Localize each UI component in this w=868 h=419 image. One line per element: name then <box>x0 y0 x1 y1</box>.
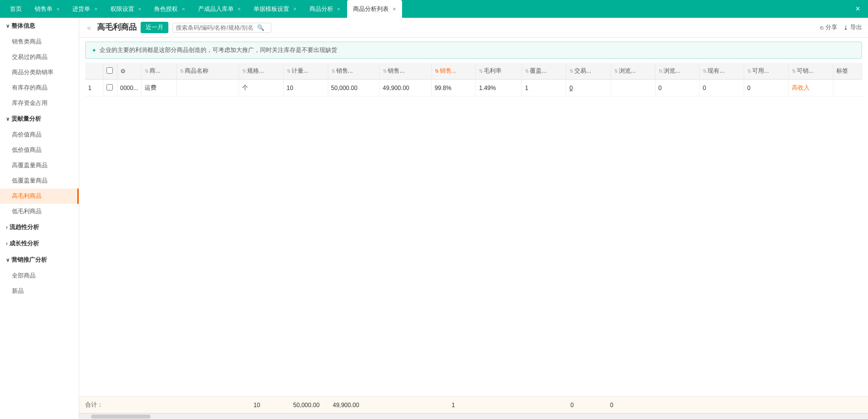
td-browse2 <box>611 80 655 96</box>
close-icon[interactable]: × <box>238 6 241 12</box>
sidebar-item-stock-capital[interactable]: 库存资金占用 <box>0 95 79 111</box>
td-stock2: 0 <box>700 80 744 96</box>
row-checkbox[interactable] <box>106 84 113 91</box>
sidebar-item-sales-goods[interactable]: 销售类商品 <box>0 34 79 49</box>
search-input[interactable] <box>176 24 255 31</box>
close-icon[interactable]: × <box>293 6 296 12</box>
th-index <box>85 63 103 80</box>
sidebar-item-category-rate[interactable]: 商品分类助销率 <box>0 65 79 80</box>
arrow-icon: ∨ <box>6 257 9 263</box>
sort-icon: ⇅ <box>242 68 246 74</box>
close-icon[interactable]: × <box>337 6 340 12</box>
close-all-button[interactable]: × <box>852 4 864 13</box>
sort-icon: ⇅ <box>331 68 335 74</box>
export-icon: ⤓ <box>843 24 848 31</box>
sort-icon: ⇅ <box>180 68 184 74</box>
collapse-sidebar-button[interactable]: « <box>85 23 93 33</box>
table-wrap: ⚙ ⇅商... ⇅商品名称 ⇅规格... ⇅计量... ⇅销售... ⇅销售..… <box>85 63 862 396</box>
nav-tab-home[interactable]: 首页 <box>4 0 28 18</box>
nav-tab-roles[interactable]: 角色授权 × <box>148 0 191 18</box>
nav-tab-inbound[interactable]: 产成品入库单 × <box>192 0 247 18</box>
sidebar-group-trend[interactable]: › 流趋性分析 <box>0 219 79 235</box>
content-header: « 高毛利商品 近一月 🔍 ⎋ 分享 ⤓ 导出 <box>79 18 868 38</box>
sidebar-item-new-goods[interactable]: 新品 <box>0 283 79 299</box>
th-coverage[interactable]: ⇅覆盖... <box>522 63 566 80</box>
th-tag: 标签 <box>833 63 862 80</box>
td-code: 0000... <box>117 80 142 96</box>
sidebar-group-growth[interactable]: › 成长性分析 <box>0 235 79 252</box>
th-sales-amt[interactable]: ⇅销售... <box>380 63 432 80</box>
arrow-icon: ∨ <box>6 23 9 29</box>
th-stock1[interactable]: ⇅现有... <box>700 63 744 80</box>
close-icon[interactable]: × <box>94 6 97 12</box>
td-coverage: 1.49% <box>476 80 522 96</box>
sort-icon: ⇅ <box>435 68 439 74</box>
arrow-icon: › <box>6 241 7 246</box>
info-banner: ✦ 企业的主要的利润都是这部分商品创造的，可考虑加大推广，同时关注库存是不要出现… <box>85 42 862 59</box>
sidebar-group-overview[interactable]: ∨ 整体信息 <box>0 18 79 34</box>
close-icon[interactable]: × <box>138 6 141 12</box>
sidebar-item-low-value[interactable]: 低价值商品 <box>0 142 79 158</box>
th-stock2[interactable]: ⇅可用... <box>744 63 789 80</box>
th-trade[interactable]: ⇅交易... <box>566 63 611 80</box>
data-table: ⚙ ⇅商... ⇅商品名称 ⇅规格... ⇅计量... ⇅销售... ⇅销售..… <box>85 63 862 96</box>
sidebar-item-low-margin[interactable]: 低毛利商品 <box>0 204 79 219</box>
sidebar-item-high-coverage[interactable]: 高覆盖量商品 <box>0 158 79 173</box>
close-icon[interactable]: × <box>182 6 185 12</box>
sidebar-group-marketing[interactable]: ∨ 营销推广分析 <box>0 252 79 268</box>
th-unit[interactable]: ⇅计量... <box>283 63 328 80</box>
content-area: « 高毛利商品 近一月 🔍 ⎋ 分享 ⤓ 导出 ✦ 企业的主要的利润都是这部 <box>79 18 868 419</box>
sidebar-item-traded-goods[interactable]: 交易过的商品 <box>0 49 79 65</box>
sort-icon: ⇅ <box>287 68 291 74</box>
sort-icon: ⇅ <box>792 68 796 74</box>
th-browse1[interactable]: ⇅浏览... <box>611 63 655 80</box>
nav-tab-analysis[interactable]: 商品分析 × <box>304 0 346 18</box>
nav-tab-template[interactable]: 单据模板设置 × <box>248 0 302 18</box>
sidebar-item-low-coverage[interactable]: 低覆盖量商品 <box>0 173 79 188</box>
sidebar-item-all-goods[interactable]: 全部商品 <box>0 268 79 283</box>
th-spec[interactable]: ⇅规格... <box>239 63 284 80</box>
th-code[interactable]: ⇅商... <box>142 63 177 80</box>
footer-sales-amt2: 49,900.00 <box>330 402 369 409</box>
th-sales-qty[interactable]: ⇅销售... <box>328 63 380 80</box>
select-all-checkbox[interactable] <box>106 67 113 74</box>
td-sales-amt2: 49,900.00 <box>380 80 432 96</box>
th-browse2[interactable]: ⇅浏览... <box>655 63 700 80</box>
info-icon: ✦ <box>92 47 97 54</box>
sidebar-item-in-stock[interactable]: 有库存的商品 <box>0 80 79 95</box>
close-icon[interactable]: × <box>56 6 59 12</box>
sort-icon: ⇅ <box>145 68 149 74</box>
th-settings[interactable]: ⚙ <box>117 63 142 80</box>
footer-total: 合计： 10 50,000.00 49,900.00 1 0 0 <box>79 396 868 413</box>
th-gross-rate[interactable]: ⇅毛利率 <box>476 63 522 80</box>
th-name[interactable]: ⇅商品名称 <box>177 63 239 80</box>
nav-tab-purchase[interactable]: 进货单 × <box>66 0 103 18</box>
nav-tab-sales[interactable]: 销售单 × <box>29 0 65 18</box>
footer-stock1: 0 <box>567 402 607 409</box>
th-sales-amt2[interactable]: ⇅销售... <box>431 63 476 80</box>
footer-trade: 1 <box>449 402 488 409</box>
top-nav: 首页 销售单 × 进货单 × 权限设置 × 角色授权 × 产成品入库单 × 单据… <box>0 0 868 18</box>
td-unit: 个 <box>239 80 284 96</box>
sort-icon: ⇅ <box>479 68 483 74</box>
nav-tab-perms[interactable]: 权限设置 × <box>104 0 147 18</box>
page-title: 高毛利商品 <box>97 22 137 33</box>
horizontal-scrollbar[interactable] <box>79 413 868 419</box>
table-row: 1 0000... 运费 个 10 50,000.00 49,900.00 99… <box>85 80 862 96</box>
th-check[interactable] <box>103 63 117 80</box>
td-tag: 高收入 <box>788 80 833 96</box>
time-filter-button[interactable]: 近一月 <box>141 22 168 33</box>
arrow-icon: ∨ <box>6 116 9 122</box>
td-check[interactable] <box>103 80 117 96</box>
scroll-thumb[interactable] <box>91 415 151 419</box>
th-stock3[interactable]: ⇅可销... <box>788 63 833 80</box>
sidebar-item-high-value[interactable]: 高价值商品 <box>0 127 79 142</box>
close-icon[interactable]: × <box>393 6 396 12</box>
nav-tab-analysis-list[interactable]: 商品分析列表 × <box>347 0 402 18</box>
sidebar-group-contribution[interactable]: ∨ 贡献量分析 <box>0 111 79 127</box>
share-button[interactable]: ⎋ 分享 <box>820 23 837 32</box>
export-button[interactable]: ⤓ 导出 <box>843 23 862 32</box>
td-browse1[interactable]: 0 <box>566 80 611 96</box>
search-icon[interactable]: 🔍 <box>257 24 264 31</box>
sidebar-item-high-margin[interactable]: 高毛利商品 <box>0 188 79 204</box>
